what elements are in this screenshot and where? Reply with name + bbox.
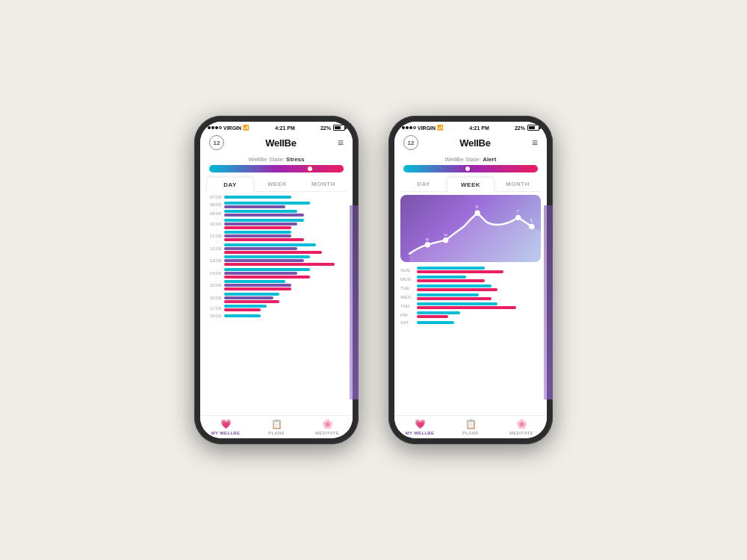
- week-bar-pair: [417, 276, 541, 282]
- day-bar-row: 07:00: [206, 195, 347, 199]
- plans-label-2: PLANS: [462, 431, 479, 435]
- week-pink-bar: [417, 306, 516, 309]
- menu-icon-2[interactable]: ≡: [532, 137, 538, 148]
- tab-week-2[interactable]: WEEK: [447, 177, 495, 192]
- bar-time-label: 14:00: [206, 271, 221, 276]
- week-bar-pair: [417, 311, 541, 318]
- cyan-bar: [224, 243, 316, 246]
- bottom-tab-wellbe-1[interactable]: 💗 MY WELLBE: [200, 419, 251, 435]
- mood-indicator-1: [306, 165, 314, 172]
- chart-dot-2: [443, 237, 448, 243]
- bottom-tab-plans-2[interactable]: 📋 PLANS: [445, 419, 496, 435]
- chart-label-3: 9: [476, 205, 479, 209]
- phone-1: VIRGIN 📶 4:21 PM 22% 12 WellBe ≡: [194, 116, 359, 444]
- battery-pct-2: 22%: [515, 125, 525, 131]
- day-bar-chart-1: 07:0008:0009:0010:0011:0012:0013:0014:00…: [206, 195, 347, 318]
- bottom-tab-meditate-2[interactable]: 🌸 MEDITATE: [496, 419, 547, 435]
- pink-bar: [224, 251, 322, 254]
- mood-indicator-2: [464, 165, 471, 172]
- menu-icon-1[interactable]: ≡: [338, 137, 344, 148]
- day-bar-row: 13:00: [206, 255, 347, 266]
- bottom-tab-wellbe-2[interactable]: 💗 MY WELLBE: [394, 419, 445, 435]
- bar-pair: [224, 280, 347, 290]
- week-bar-row: SUN: [400, 267, 541, 273]
- app-title-1: WellBe: [265, 137, 296, 149]
- bottom-tab-plans-1[interactable]: 📋 PLANS: [251, 419, 302, 435]
- phone-device-2: VIRGIN 📶 4:21 PM 22% 12 WellBe ≡: [388, 116, 553, 444]
- battery-icon-2: [527, 125, 539, 131]
- dot1-2: [402, 126, 405, 129]
- dot2-2: [406, 126, 409, 129]
- cyan-bar: [224, 280, 285, 283]
- bar-pair: [224, 219, 347, 229]
- plans-icon-2: 📋: [465, 419, 477, 429]
- time-1: 4:21 PM: [275, 125, 294, 131]
- tab-month-2[interactable]: MONTH: [495, 177, 541, 191]
- week-cyan-bar: [417, 311, 460, 314]
- tab-bar-1: DAY WEEK MONTH: [206, 177, 347, 192]
- bottom-tab-meditate-1[interactable]: 🌸 MEDITATE: [302, 419, 353, 435]
- bar-pair: [224, 293, 347, 303]
- week-cyan-bar: [417, 284, 492, 287]
- day-bar-row: 12:00: [206, 243, 347, 254]
- cyan-bar: [224, 196, 291, 199]
- content-area-1: 07:0008:0009:0010:0011:0012:0013:0014:00…: [200, 192, 353, 415]
- tab-month-1[interactable]: MONTH: [300, 177, 347, 191]
- week-bar-row: TUE: [400, 284, 541, 291]
- wifi-icon-2: 📶: [437, 125, 444, 131]
- week-day-label: TUE: [400, 286, 414, 290]
- phone-device-1: VIRGIN 📶 4:21 PM 22% 12 WellBe ≡: [194, 116, 359, 444]
- week-bar-pair: [417, 267, 541, 273]
- week-day-label: SUN: [400, 268, 414, 273]
- bar-time-label: 18:00: [206, 314, 221, 318]
- wifi-icon: 📶: [243, 125, 249, 131]
- plans-icon-1: 📋: [271, 419, 282, 429]
- status-left-1: VIRGIN 📶: [208, 125, 249, 131]
- day-bar-row: 18:00: [206, 314, 347, 318]
- nav-badge-1[interactable]: 12: [209, 135, 224, 150]
- battery-pct-1: 22%: [320, 125, 331, 131]
- week-day-label: WED: [400, 295, 414, 299]
- side-accent-1: [350, 205, 353, 399]
- mood-label-2: WellBe State: Alert: [403, 156, 538, 163]
- cyan-bar: [224, 305, 267, 308]
- mood-label-1: WellBe State: Stress: [209, 156, 344, 163]
- meditate-label-2: MEDITATE: [509, 431, 533, 435]
- tab-day-2[interactable]: DAY: [400, 177, 447, 191]
- dot2: [211, 126, 214, 129]
- purple-bar: [224, 234, 291, 237]
- chart-dot-5: [529, 224, 534, 229]
- day-bar-row: 10:00: [206, 219, 347, 229]
- week-cyan-bar: [417, 293, 479, 296]
- week-cyan-bar: [417, 276, 466, 279]
- cyan-bar: [224, 219, 304, 222]
- phone-screen-2: VIRGIN 📶 4:21 PM 22% 12 WellBe ≡: [394, 122, 547, 438]
- week-bar-chart: SUNMONTUEWEDTHUFRISAT: [400, 267, 541, 325]
- status-bar-2: VIRGIN 📶 4:21 PM 22%: [394, 122, 547, 132]
- pink-bar: [224, 287, 291, 290]
- bar-pair: [224, 243, 347, 254]
- cyan-bar: [224, 293, 279, 296]
- day-bar-row: 14:00: [206, 268, 347, 279]
- purple-bar: [224, 259, 304, 262]
- week-bar-row: SAT: [400, 320, 541, 325]
- bar-pair: [224, 196, 347, 199]
- tab-day-1[interactable]: DAY: [206, 177, 254, 192]
- day-bar-row: 17:00: [206, 305, 347, 311]
- day-bar-row: 16:00: [206, 293, 347, 303]
- bar-pair: [224, 231, 347, 241]
- chart-label-1: φ: [426, 237, 429, 241]
- nav-badge-2[interactable]: 12: [403, 135, 418, 150]
- status-bar-1: VIRGIN 📶 4:21 PM 22%: [200, 122, 353, 132]
- chart-dot-3: [474, 211, 480, 216]
- week-pink-bar: [417, 279, 485, 282]
- app-title-2: WellBe: [459, 137, 490, 149]
- meditate-icon-1: 🌸: [322, 419, 333, 429]
- bottom-tabs-1: 💗 MY WELLBE 📋 PLANS 🌸 MEDITATE: [200, 415, 353, 438]
- purple-bar: [224, 296, 273, 299]
- pink-bar: [224, 300, 279, 303]
- battery-fill-2: [529, 126, 535, 129]
- signal-dots-2: [402, 126, 416, 129]
- purple-bar: [224, 247, 297, 250]
- tab-week-1[interactable]: WEEK: [254, 177, 300, 191]
